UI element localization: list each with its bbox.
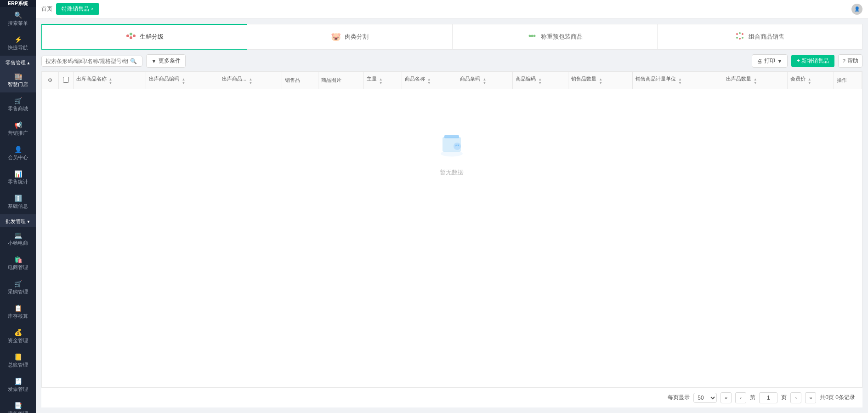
prev-page-button[interactable]: ‹	[735, 392, 746, 403]
meat-cut-icon: 🐷	[331, 32, 341, 42]
sidebar-item-label: 采购管理	[8, 288, 28, 295]
tab-label: 特殊销售品	[62, 5, 89, 13]
sort-icon: ▲▼	[599, 78, 602, 85]
ecommerce-mgmt-icon: 🛍️	[14, 256, 22, 263]
next-page-icon: ›	[795, 395, 797, 401]
content-area: 生鲜分级 🐷 肉类分割 称重预包装商品	[36, 18, 868, 413]
col-sales-product: 销售品	[282, 72, 318, 89]
retail-mgmt-label: 零售管理	[6, 59, 26, 66]
search-input[interactable]	[45, 58, 128, 64]
first-page-icon: «	[725, 395, 727, 401]
active-tab[interactable]: 特殊销售品 ×	[56, 3, 99, 15]
svg-point-18	[458, 144, 459, 145]
page-label-before: 第	[750, 394, 755, 402]
home-link[interactable]: 首页	[41, 5, 52, 13]
last-page-button[interactable]: »	[805, 392, 816, 403]
svg-point-16	[454, 143, 461, 150]
svg-point-5	[531, 34, 533, 37]
col-member-price[interactable]: 会员价 ▲▼	[787, 72, 834, 89]
sort-icon: ▲▼	[808, 78, 811, 85]
sidebar-item-stock-check[interactable]: 📋 库存核算	[0, 300, 36, 324]
wholesale-mgmt-label: 批发管理	[6, 218, 26, 225]
tab-weigh-pack[interactable]: 称重预包装商品	[452, 24, 657, 50]
invoice-mgmt-icon: 🧾	[14, 378, 22, 385]
capital-mgmt-icon: 💰	[14, 329, 22, 336]
sidebar-item-basic-info[interactable]: ℹ️ 基础信息	[0, 190, 36, 214]
next-page-button[interactable]: ›	[790, 392, 801, 403]
svg-point-9	[742, 33, 743, 35]
col-product-code[interactable]: 商品编码 ▲▼	[513, 72, 568, 89]
retail-mall-icon: 🛒	[14, 97, 22, 104]
select-all-checkbox[interactable]	[63, 77, 69, 83]
sort-icon: ▲▼	[182, 78, 185, 85]
tab-combo-sales[interactable]: 组合商品销售	[657, 24, 862, 50]
sidebar-item-invoice-mgmt[interactable]: 🧾 发票管理	[0, 373, 36, 397]
sidebar-item-search-menu[interactable]: 🔍 搜索菜单	[0, 7, 36, 31]
sidebar-item-quick-nav[interactable]: ⚡ 快捷导航	[0, 31, 36, 56]
sidebar-item-mini-ecommerce[interactable]: 💻 小畅电商	[0, 227, 36, 251]
help-button[interactable]: ? 帮助	[838, 54, 862, 68]
retail-stats-icon: 📊	[14, 170, 22, 178]
sidebar-item-wholesale-mgmt[interactable]: 批发管理 ▼	[0, 214, 36, 227]
per-page-label: 每页显示	[668, 394, 690, 402]
col-sales-unit[interactable]: 销售商品计量单位 ▲▼	[632, 72, 723, 89]
col-gear[interactable]: ⚙	[42, 72, 58, 89]
print-button[interactable]: 🖨 打印 ▼	[752, 54, 788, 68]
sidebar-item-retail-mgmt[interactable]: 零售管理 ▲	[0, 56, 36, 68]
gear-icon: ⚙	[48, 77, 52, 83]
search-icon[interactable]: 🔍	[130, 58, 137, 64]
col-out-product-short[interactable]: 出库商品... ▲▼	[219, 72, 282, 89]
col-out-product-code[interactable]: 出库商品编码 ▲▼	[146, 72, 219, 89]
last-page-icon: »	[809, 395, 812, 401]
tab-meat-cut[interactable]: 🐷 肉类分割	[247, 24, 452, 50]
add-product-button[interactable]: + 新增销售品	[791, 55, 834, 67]
col-out-qty[interactable]: 出库品数量 ▲▼	[723, 72, 787, 89]
combo-sales-icon	[735, 31, 745, 43]
sort-icon: ▲▼	[249, 78, 252, 85]
sidebar-item-smart-store[interactable]: 🏬 智慧门店	[0, 68, 36, 92]
help-icon: ?	[842, 58, 845, 64]
sidebar: ERP系统 🔍 搜索菜单 ⚡ 快捷导航 零售管理 ▲ 🏬 智慧门店 🛒 零售商城…	[0, 0, 36, 413]
sidebar-item-label: 零售统计	[8, 178, 28, 185]
sidebar-item-tax-mgmt[interactable]: 📑 税务管理	[0, 397, 36, 413]
sidebar-item-ledger-mgmt[interactable]: 📒 总账管理	[0, 349, 36, 373]
sidebar-item-retail-stats[interactable]: 📊 零售统计	[0, 166, 36, 190]
tab-fresh-grade[interactable]: 生鲜分级	[41, 24, 247, 50]
print-icon: 🖨	[757, 58, 762, 64]
purchase-mgmt-icon: 🛒	[14, 280, 22, 287]
col-main-unit[interactable]: 主量 ▲▼	[363, 72, 402, 89]
svg-point-2	[133, 34, 136, 37]
sidebar-item-marketing[interactable]: 📢 营销推广	[0, 117, 36, 141]
tab-fresh-grade-label: 生鲜分级	[140, 33, 164, 41]
col-product-name[interactable]: 商品名称 ▲▼	[402, 72, 457, 89]
svg-point-3	[130, 36, 132, 39]
col-out-product-name[interactable]: 出库商品名称 ▲▼	[73, 72, 146, 89]
close-tab-button[interactable]: ×	[91, 6, 94, 11]
toolbar: 🔍 ▼ 更多条件 🖨 打印 ▼ + 新增销售品 ? 帮助	[41, 54, 862, 68]
sidebar-item-label: 电商管理	[8, 264, 28, 271]
sidebar-item-label: 会员中心	[8, 154, 28, 161]
col-sales-qty[interactable]: 销售品数量 ▲▼	[568, 72, 633, 89]
total-label: 共0页 0条记录	[820, 394, 855, 402]
sidebar-item-ecommerce-mgmt[interactable]: 🛍️ 电商管理	[0, 251, 36, 275]
tab-combo-sales-label: 组合商品销售	[749, 33, 784, 41]
sidebar-item-label: 搜索菜单	[8, 20, 28, 27]
sidebar-item-capital-mgmt[interactable]: 💰 资金管理	[0, 324, 36, 349]
col-product-image: 商品图片	[318, 72, 363, 89]
sort-icon: ▲▼	[754, 78, 757, 85]
product-type-tabs: 生鲜分级 🐷 肉类分割 称重预包装商品	[41, 24, 862, 50]
search-box[interactable]: 🔍	[41, 56, 142, 67]
tax-mgmt-icon: 📑	[14, 402, 22, 409]
filter-button[interactable]: ▼ 更多条件	[146, 54, 186, 68]
sidebar-item-purchase-mgmt[interactable]: 🛒 采购管理	[0, 275, 36, 300]
sort-icon: ▲▼	[379, 78, 383, 85]
sidebar-item-retail-mall[interactable]: 🛒 零售商城	[0, 92, 36, 117]
col-check[interactable]	[58, 72, 73, 89]
col-barcode[interactable]: 商品条码 ▲▼	[457, 72, 513, 89]
per-page-select[interactable]: 50 10 20 100	[693, 393, 717, 403]
sidebar-item-label: 发票管理	[8, 386, 28, 393]
first-page-button[interactable]: «	[720, 392, 732, 403]
sidebar-item-member-center[interactable]: 👤 会员中心	[0, 141, 36, 166]
avatar[interactable]: 👤	[851, 4, 862, 15]
page-number-input[interactable]	[759, 392, 777, 403]
